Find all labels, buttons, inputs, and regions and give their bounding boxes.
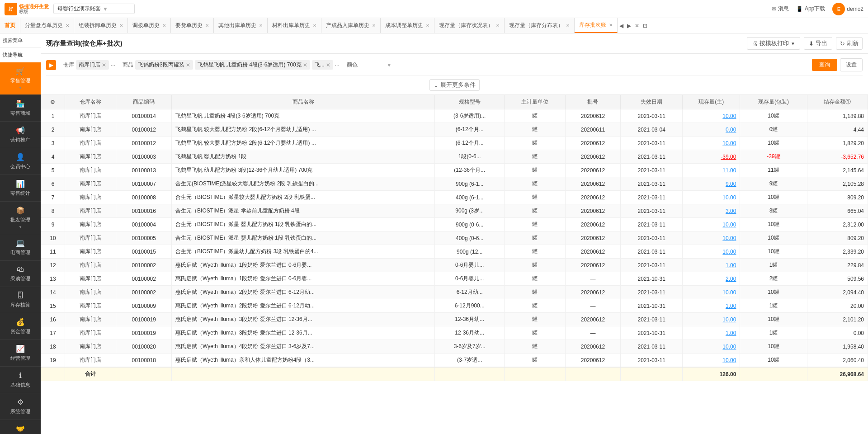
tab-chanpin[interactable]: 产成品入库单历史 ✕ bbox=[321, 18, 381, 33]
filter-more-dots[interactable]: ··· bbox=[111, 62, 115, 68]
wholesale-icon: 📦 bbox=[16, 206, 25, 215]
query-btn[interactable]: 查询 bbox=[812, 59, 837, 71]
tab-diaobo[interactable]: 调拨单历史 ✕ bbox=[128, 18, 171, 33]
tab-prev[interactable]: ◀ bbox=[618, 23, 625, 29]
app-download-btn[interactable]: 📱 App下载 bbox=[796, 5, 825, 13]
cell-qty-main[interactable]: 10.00 bbox=[683, 354, 740, 368]
close-icon[interactable]: ✕ bbox=[259, 23, 263, 28]
tab-home[interactable]: 首页 bbox=[0, 18, 20, 33]
tab-fenliang[interactable]: 分量盘点单历史 ✕ bbox=[20, 18, 74, 33]
cell-batch: — bbox=[565, 272, 621, 286]
cell-name: 惠氏启赋（Wyeth illuma）2段奶粉 爱尔兰进口 6-12月幼... bbox=[172, 286, 435, 299]
sidebar-quick-nav[interactable]: 快捷导航 bbox=[0, 48, 41, 62]
close-icon[interactable]: ✕ bbox=[119, 23, 123, 28]
cell-qty-main[interactable]: 0.00 bbox=[683, 123, 740, 137]
remove-tag-icon[interactable]: ✕ bbox=[303, 62, 307, 68]
cell-qty-main[interactable]: 10.00 bbox=[683, 137, 740, 150]
cell-qty-main[interactable]: 9.00 bbox=[683, 177, 740, 191]
sidebar-item-wholesale[interactable]: 📦 批发管理 ▼ bbox=[0, 202, 41, 234]
expand-conditions-btn[interactable]: ⌄ 展开更多条件 bbox=[429, 79, 480, 91]
sidebar-item-mall[interactable]: 🏪 零售商城 bbox=[0, 95, 41, 122]
close-icon[interactable]: ✕ bbox=[609, 23, 613, 28]
message-btn[interactable]: ✉ 消息 bbox=[772, 5, 789, 13]
close-icon[interactable]: ✕ bbox=[496, 23, 500, 28]
close-icon[interactable]: ✕ bbox=[205, 23, 209, 28]
col-settings[interactable]: ⚙ bbox=[41, 95, 65, 109]
sidebar-item-basic[interactable]: ℹ 基础信息 bbox=[0, 367, 41, 393]
close-icon[interactable]: ✕ bbox=[566, 23, 570, 28]
refresh-icon: ↻ bbox=[840, 40, 845, 47]
goods-tag-3[interactable]: 飞... ✕ bbox=[312, 60, 333, 70]
cell-qty-main[interactable]: 11.00 bbox=[683, 164, 740, 177]
goods-tag-1[interactable]: 飞鹤奶粉3段丙罐装 ✕ bbox=[135, 60, 193, 70]
cell-expire: 2021-03-11 bbox=[621, 137, 683, 150]
filter-expand-arrow[interactable]: ▶ bbox=[46, 60, 56, 70]
cell-qty-main[interactable]: 10.00 bbox=[683, 109, 740, 123]
print-btn[interactable]: 🖨 按模板打印 ▼ bbox=[747, 37, 800, 50]
cell-qty-main[interactable]: 10.00 bbox=[683, 218, 740, 231]
tab-more[interactable]: ⊡ bbox=[641, 23, 649, 29]
cell-qty-main[interactable]: 1.00 bbox=[683, 326, 740, 340]
tab-bar: 首页 分量盘点单历史 ✕ 组装拆卸单历史 ✕ 调拨单历史 ✕ 要货单历史 ✕ 其… bbox=[0, 18, 868, 33]
tab-yaohuo[interactable]: 要货单历史 ✕ bbox=[171, 18, 214, 33]
close-icon[interactable]: ✕ bbox=[162, 23, 166, 28]
color-dropdown-arrow[interactable]: ▼ bbox=[387, 62, 392, 68]
tab-next[interactable]: ▶ bbox=[625, 23, 633, 29]
sidebar-item-member[interactable]: 👤 会员中心 bbox=[0, 148, 41, 175]
cell-unit: 罐 bbox=[505, 354, 565, 368]
sidebar-item-system[interactable]: ⚙ 系统管理 bbox=[0, 393, 41, 420]
cell-qty-main[interactable]: 10.00 bbox=[683, 286, 740, 299]
cell-spec: 6-12月900... bbox=[435, 299, 505, 313]
tab-qitachuku[interactable]: 其他出库单历史 ✕ bbox=[214, 18, 268, 33]
account-selector[interactable]: 母婴行业演示账套 ▼ bbox=[53, 4, 135, 14]
sidebar-item-ops[interactable]: 📈 经营管理 bbox=[0, 340, 41, 367]
cell-qty-main[interactable]: -39.00 bbox=[683, 150, 740, 164]
settings-btn[interactable]: 设置 bbox=[840, 58, 863, 71]
tab-zuhe[interactable]: 组装拆卸单历史 ✕ bbox=[74, 18, 128, 33]
tab-chengben[interactable]: 成本调整单历史 ✕ bbox=[381, 18, 434, 33]
col-qty-pkg: 现存量(包装) bbox=[740, 95, 807, 109]
main-layout: 搜索菜单 快捷导航 🛒 零售管理 ▼ 🏪 零售商城 📢 营销推广 👤 会员中心 … bbox=[0, 33, 868, 434]
goods-tag-2[interactable]: 飞鹤星飞帆 儿童奶粉 4段(3-6岁适用) 700克 ✕ bbox=[195, 60, 310, 70]
cell-qty-main[interactable]: 1.00 bbox=[683, 259, 740, 272]
cell-spec: (3-7岁适... bbox=[435, 354, 505, 368]
sidebar-item-retail-stats[interactable]: 📊 零售统计 bbox=[0, 175, 41, 202]
tab-xiancun2[interactable]: 现存量（库存分布表） ✕ bbox=[505, 18, 575, 33]
filter-goods: 商品 飞鹤奶粉3段丙罐装 ✕ 飞鹤星飞帆 儿童奶粉 4段(3-6岁适用) 700… bbox=[123, 60, 340, 70]
close-icon[interactable]: ✕ bbox=[66, 23, 69, 28]
cell-qty-main[interactable]: 3.00 bbox=[683, 204, 740, 218]
user-menu[interactable]: E demo2 bbox=[832, 3, 863, 15]
cell-qty-main[interactable]: 10.00 bbox=[683, 191, 740, 204]
cell-warehouse: 南库门店 bbox=[65, 204, 116, 218]
sidebar-item-marketing[interactable]: 📢 营销推广 bbox=[0, 122, 41, 148]
cell-name: 飞鹤星飞帆 儿童奶粉 4段(3-6岁适用) 700克 bbox=[172, 109, 435, 123]
table-row: 6南库门店00100007合生元(BIOSTIME)派星较大婴儿配方奶粉 2段 … bbox=[41, 177, 868, 191]
remove-tag-icon[interactable]: ✕ bbox=[102, 62, 106, 68]
sidebar-item-collab[interactable]: 🤝 企业协同 bbox=[0, 420, 41, 434]
cell-qty-main[interactable]: 10.00 bbox=[683, 245, 740, 259]
sidebar-search-menu[interactable]: 搜索菜单 bbox=[0, 33, 41, 48]
tab-xiancun1[interactable]: 现存量（库存状况表） ✕ bbox=[434, 18, 505, 33]
export-btn[interactable]: ⬇ 导出 bbox=[804, 37, 832, 50]
tab-cailiiao[interactable]: 材料出库单历史 ✕ bbox=[268, 18, 321, 33]
close-icon[interactable]: ✕ bbox=[372, 23, 376, 28]
close-icon[interactable]: ✕ bbox=[313, 23, 316, 28]
cell-qty-main[interactable]: 2.00 bbox=[683, 272, 740, 286]
warehouse-tag[interactable]: 南库门店 ✕ bbox=[76, 60, 109, 70]
remove-tag-icon[interactable]: ✕ bbox=[326, 62, 330, 68]
tab-close-current[interactable]: ✕ bbox=[633, 23, 641, 29]
remove-tag-icon[interactable]: ✕ bbox=[186, 62, 190, 68]
close-icon[interactable]: ✕ bbox=[426, 23, 429, 28]
cell-qty-main[interactable]: 1.00 bbox=[683, 299, 740, 313]
cell-qty-main[interactable]: 10.00 bbox=[683, 313, 740, 326]
cell-qty-main[interactable]: 10.00 bbox=[683, 231, 740, 245]
sidebar-item-finance[interactable]: 💰 资金管理 bbox=[0, 313, 41, 340]
sidebar-item-inventory[interactable]: 🗄 库存核算 bbox=[0, 287, 41, 313]
sidebar-item-ecom[interactable]: 💻 电商管理 bbox=[0, 234, 41, 261]
sidebar-item-retail[interactable]: 🛒 零售管理 ▼ bbox=[0, 62, 41, 95]
sidebar-item-purchase[interactable]: 🛍 采购管理 bbox=[0, 261, 41, 287]
cell-qty-main[interactable]: 10.00 bbox=[683, 340, 740, 354]
refresh-btn[interactable]: ↻ 刷新 bbox=[836, 37, 863, 50]
tab-kucun-pici[interactable]: 库存批次账 ✕ bbox=[575, 18, 618, 33]
filter-more-dots[interactable]: ··· bbox=[335, 62, 340, 68]
